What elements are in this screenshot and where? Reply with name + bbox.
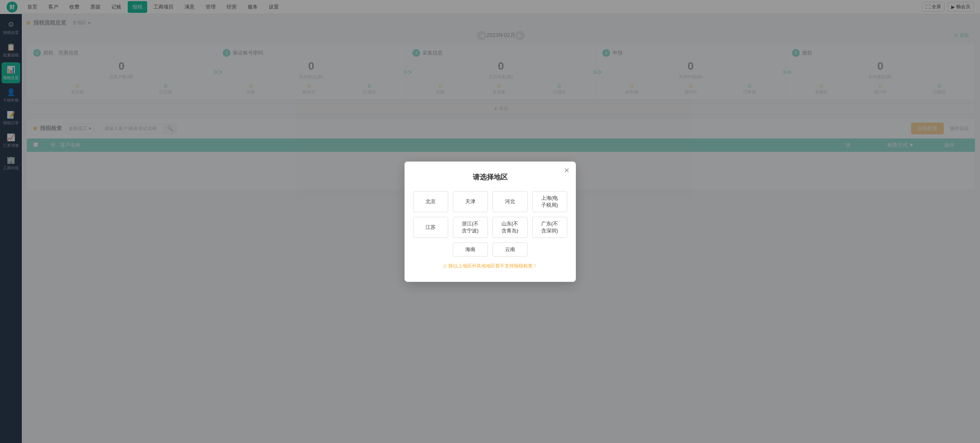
warning-text: 除以上地区外其他地区暂不支持报税检查！: [449, 263, 537, 269]
region-shanghai[interactable]: 上海(电子税局): [532, 191, 567, 212]
region-shandong[interactable]: 山东(不含青岛): [493, 217, 528, 238]
region-row-2: 江苏 浙江(不含宁波) 山东(不含青岛) 广东(不含深圳): [417, 217, 563, 238]
modal-warning: ⚠ 除以上地区外其他地区暂不支持报税检查！: [417, 263, 563, 269]
region-hainan[interactable]: 海南: [453, 243, 488, 257]
region-zhejiang[interactable]: 浙江(不含宁波): [453, 217, 488, 238]
region-tianjin[interactable]: 天津: [453, 191, 488, 212]
region-beijing[interactable]: 北京: [413, 191, 448, 212]
modal-overlay: ✕ 请选择地区 北京 天津 河北 上海(电子税局) 江苏 浙江(不含宁波) 山东…: [0, 0, 980, 443]
region-row-3: 海南 云南: [417, 243, 563, 257]
region-yunnan[interactable]: 云南: [493, 243, 528, 257]
modal-close-button[interactable]: ✕: [564, 166, 570, 175]
region-jiangsu[interactable]: 江苏: [413, 217, 448, 238]
region-select-modal: ✕ 请选择地区 北京 天津 河北 上海(电子税局) 江苏 浙江(不含宁波) 山东…: [405, 162, 576, 282]
region-hebei[interactable]: 河北: [493, 191, 528, 212]
modal-title: 请选择地区: [417, 172, 563, 182]
region-row-1: 北京 天津 河北 上海(电子税局): [417, 191, 563, 212]
warning-icon: ⚠: [443, 263, 447, 269]
region-guangdong[interactable]: 广东(不含深圳): [532, 217, 567, 238]
